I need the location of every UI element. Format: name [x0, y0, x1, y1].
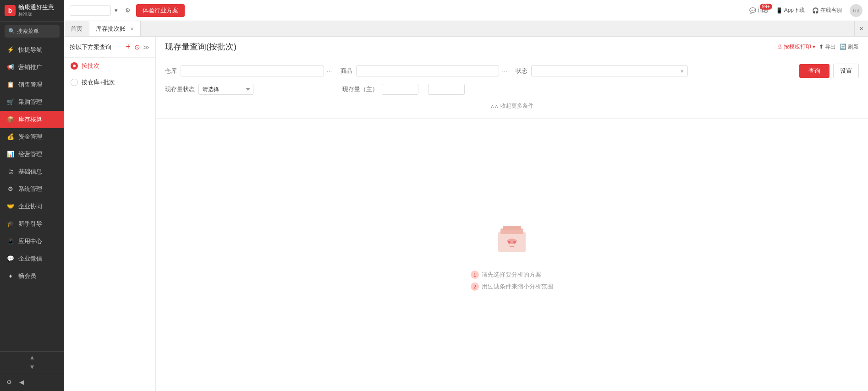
trial-btn[interactable]: 体验行业方案 [136, 4, 185, 17]
scheme-item-batch[interactable]: 按批次 [64, 58, 155, 74]
warehouse-field-wrap: ··· [181, 65, 333, 76]
empty-tip-2: 2 用过滤条件来缩小分析范围 [471, 282, 553, 291]
topbar-left: ▾ ⚙ 体验行业方案 [70, 4, 746, 17]
stock-qty-range: — [382, 84, 465, 95]
marketing-icon: 📢 [6, 63, 15, 71]
settings-icon: ⚙ [6, 379, 12, 386]
online-service-label: 在线客服 [820, 6, 842, 14]
print-label: 按模板打印 [784, 43, 811, 51]
topbar-search-input[interactable] [70, 5, 111, 16]
sidebar-scroll-down[interactable]: ▼ [0, 362, 64, 372]
sidebar-label-vip: 畅会员 [18, 272, 36, 280]
status-input[interactable] [531, 65, 688, 76]
stock-qty-separator: — [420, 86, 426, 93]
sidebar-settings-button[interactable]: ⚙ [5, 377, 14, 387]
enterprise-icon: 🤝 [6, 202, 15, 211]
product-input[interactable] [356, 65, 500, 76]
app-info: 畅康通好生意 标准版 [18, 4, 54, 17]
tabbar: 首页 库存批次账 × × [64, 21, 868, 37]
sidebar-item-weixin[interactable]: 💬 企业微信 [0, 250, 64, 267]
weixin-icon: 💬 [6, 255, 15, 263]
scheme-header-icons: + ⊙ ≫ [125, 41, 150, 53]
online-service-button[interactable]: 🎧 在线客服 [812, 6, 842, 14]
sidebar-scroll-up[interactable]: ▲ [0, 353, 64, 362]
scheme-dot-inner [73, 65, 76, 67]
scheme-collapse-button[interactable]: ≫ [143, 43, 150, 51]
sidebar-nav: ⚡ 快捷导航 📢 营销推广 📋 销售管理 🛒 采购管理 📦 库存核算 💰 资金管… [0, 41, 64, 351]
scheme-settings-button[interactable]: ⊙ [133, 42, 141, 52]
warehouse-input[interactable] [181, 65, 324, 76]
topbar-settings-button[interactable]: ⚙ [123, 6, 132, 15]
stock-qty-from-input[interactable] [382, 84, 418, 95]
scheme-header-left: 按以下方案查询 [70, 43, 111, 51]
tab-inventory-batch[interactable]: 库存批次账 × [89, 21, 141, 36]
tabbar-close-right[interactable]: × [854, 21, 868, 36]
sidebar-label-sales: 销售管理 [18, 81, 42, 89]
collapse-more-btn[interactable]: ∧∧ 收起更多条件 [165, 100, 859, 112]
sidebar-item-inventory[interactable]: 📦 库存核算 [0, 111, 64, 128]
sidebar-search-wrap: 🔍 搜索菜单 [0, 22, 64, 41]
sidebar-item-vip[interactable]: ♦ 畅会员 [0, 267, 64, 285]
scheme-panel-title: 按以下方案查询 [70, 43, 111, 51]
scheme-item-warehouse-batch[interactable]: 按仓库+批次 [64, 74, 155, 91]
content-area: 按以下方案查询 + ⊙ ≫ 按批次 按仓库+批次 [64, 37, 868, 391]
close-right-icon: × [859, 25, 863, 33]
stock-qty-to-input[interactable] [428, 84, 465, 95]
page-header: 现存量查询(按批次) 🖨 按模板打印 ▾ ⬆ 导出 🔄 刷新 [156, 37, 868, 57]
empty-illustration [489, 216, 535, 261]
stock-qty-label: 现存量（主） [342, 85, 378, 93]
print-dropdown-icon: ▾ [813, 43, 815, 50]
warehouse-label: 仓库 [165, 67, 177, 75]
filter-group-warehouse: 仓库 ··· [165, 65, 333, 76]
sidebar-label-weixin: 企业微信 [18, 255, 42, 263]
topbar-input-wrap: ▾ [70, 5, 120, 16]
message-button[interactable]: 💬 消息 99+ [749, 6, 769, 14]
user-avatar[interactable]: Rit [850, 4, 863, 17]
sidebar-item-sales[interactable]: 📋 销售管理 [0, 76, 64, 93]
filter-group-stock-qty: 现存量（主） — [342, 84, 512, 95]
sidebar-label-operation: 经营管理 [18, 150, 42, 158]
query-button[interactable]: 查询 [799, 64, 830, 78]
sidebar-item-quick-nav[interactable]: ⚡ 快捷导航 [0, 41, 64, 59]
filter-settings-button[interactable]: 设置 [833, 64, 859, 78]
sidebar-item-finance[interactable]: 💰 资金管理 [0, 128, 64, 146]
tab-close-button[interactable]: × [128, 26, 134, 32]
topbar-dropdown-button[interactable]: ▾ [113, 6, 120, 15]
sidebar-item-apps[interactable]: 📱 应用中心 [0, 233, 64, 250]
print-button[interactable]: 🖨 按模板打印 ▾ [777, 43, 815, 51]
stock-status-label: 现存量状态 [165, 85, 195, 93]
message-badge: 99+ [760, 4, 772, 10]
filter-action-btns: 查询 设置 [691, 64, 859, 78]
refresh-button[interactable]: 🔄 刷新 [840, 43, 859, 51]
page-title: 现存量查询(按批次) [165, 41, 236, 52]
warehouse-more-icon[interactable]: ··· [326, 67, 333, 75]
sidebar-label-purchase: 采购管理 [18, 98, 42, 106]
sidebar-item-marketing[interactable]: 📢 营销推广 [0, 59, 64, 76]
product-more-icon[interactable]: ··· [501, 67, 508, 75]
user-name: Rit [853, 8, 859, 13]
tab-home[interactable]: 首页 [64, 21, 89, 36]
filter-group-stock-status: 现存量状态 请选择 [165, 84, 335, 95]
export-button[interactable]: ⬆ 导出 [819, 43, 836, 51]
sidebar-header: b 畅康通好生意 标准版 [0, 0, 64, 22]
search-icon: 🔍 [8, 28, 15, 34]
app-version: 标准版 [18, 11, 54, 17]
sidebar-item-operation[interactable]: 📊 经营管理 [0, 146, 64, 163]
stock-status-select[interactable]: 请选择 [198, 84, 253, 95]
sidebar: b 畅康通好生意 标准版 🔍 搜索菜单 ⚡ 快捷导航 📢 营销推广 📋 销售管理… [0, 0, 64, 391]
system-icon: ⚙ [6, 185, 15, 193]
sidebar-collapse-button[interactable]: ◀ [17, 377, 26, 387]
sidebar-item-system[interactable]: ⚙ 系统管理 [0, 180, 64, 198]
filter-area: 仓库 ··· 商品 ··· [156, 57, 868, 119]
page-header-actions: 🖨 按模板打印 ▾ ⬆ 导出 🔄 刷新 [777, 43, 859, 51]
sidebar-item-base[interactable]: 🗂 基础信息 [0, 163, 64, 180]
product-field-wrap: ··· [356, 65, 509, 76]
sidebar-item-enterprise[interactable]: 🤝 企业协同 [0, 198, 64, 215]
app-download-button[interactable]: 📱 App下载 [776, 6, 805, 14]
search-menu-button[interactable]: 🔍 搜索菜单 [5, 25, 60, 38]
sidebar-label-inventory: 库存核算 [18, 115, 42, 124]
inventory-icon: 📦 [6, 115, 15, 124]
scheme-add-button[interactable]: + [125, 41, 132, 53]
sidebar-item-guide[interactable]: 🎓 新手引导 [0, 215, 64, 233]
sidebar-item-purchase[interactable]: 🛒 采购管理 [0, 93, 64, 111]
